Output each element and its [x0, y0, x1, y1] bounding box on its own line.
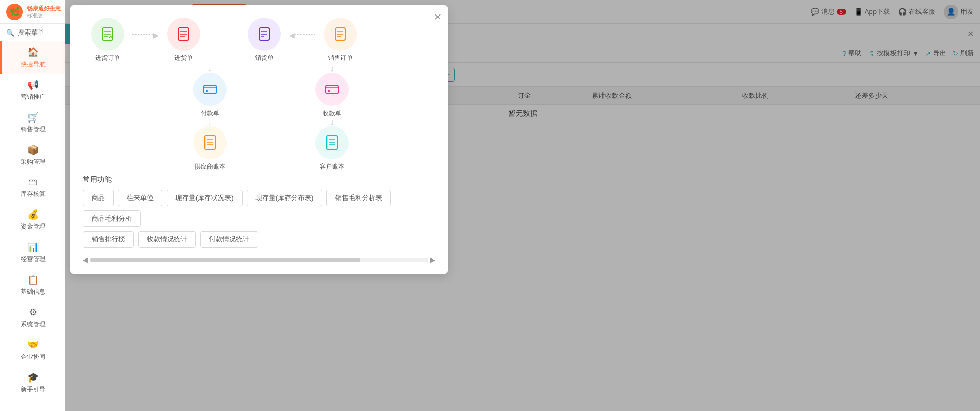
sidebar-item-system[interactable]: ⚙ 系统管理	[0, 301, 65, 334]
purchase-order-icon	[91, 24, 124, 51]
main-area: 🔍 搜索菜单 🏠 快捷导航 📢 营销推广 🛒 销售管理 📦 采购管理 🗃	[0, 24, 980, 411]
supplier-ledger-icon	[193, 126, 227, 159]
func-btn-contacts[interactable]: 往来单位	[118, 190, 162, 206]
sales-icon: 🛒	[27, 112, 39, 123]
sidebar-item-inventory[interactable]: 🗃 库存核算	[0, 172, 65, 204]
purchase-icon: 📦	[27, 144, 39, 156]
flow-node-payment-bill[interactable]: 付款单	[193, 73, 227, 118]
common-title: 常用功能	[83, 175, 435, 185]
arrow-2-head: ◀	[289, 31, 295, 39]
sales-order-icon	[324, 24, 357, 51]
flow-node-sales-bill[interactable]: 销货单	[248, 24, 281, 63]
basic-icon: 📋	[27, 274, 39, 285]
purchase-order-label: 进货订单	[95, 54, 120, 63]
customer-ledger-icon	[315, 126, 349, 159]
content-area: 首页 销售订单执行表 ✕ ✕ ? 帮助 🖨 按模板打印	[65, 24, 980, 411]
logo-icon: 🌿	[6, 4, 23, 20]
payment-bill-icon	[193, 73, 227, 106]
svg-rect-16	[204, 85, 216, 94]
flow-middle-row: ↓ 付款单 ↓	[83, 65, 435, 171]
purchase-bill-label: 进货单	[174, 54, 193, 63]
down-arrow-1: ↓	[208, 65, 212, 73]
receipt-bill-icon	[315, 73, 349, 106]
logo-text: 畅康通好生意 标准版	[27, 5, 61, 19]
func-btn-receipt-stats[interactable]: 收款情况统计	[138, 231, 196, 248]
scroll-left-btn[interactable]: ◀	[83, 256, 88, 264]
svg-point-26	[328, 90, 330, 92]
search-icon: 🔍	[6, 29, 14, 37]
sidebar-item-guide[interactable]: 🎓 新手引导	[0, 367, 65, 399]
guide-icon: 🎓	[27, 372, 39, 383]
sidebar-item-purchase[interactable]: 📦 采购管理	[0, 139, 65, 172]
func-btn-sales-profit[interactable]: 销售毛利分析表	[326, 190, 391, 206]
down-arrow-4: ↓	[330, 118, 334, 126]
flow-top-row: 进货订单 ▶ 进货单	[83, 24, 435, 63]
receipt-bill-label: 收款单	[323, 109, 341, 118]
sales-order-label: 销售订单	[328, 54, 353, 63]
scroll-right-btn[interactable]: ▶	[430, 256, 435, 264]
common-section: 常用功能 商品 往来单位 现存量(库存状况表) 现存量(库存分布表) 销售毛利分…	[83, 175, 435, 248]
flow-node-customer-ledger[interactable]: 客户账本	[315, 126, 349, 171]
system-icon: ⚙	[29, 307, 37, 318]
flow-node-supplier-ledger[interactable]: 供应商账本	[193, 126, 227, 171]
svg-rect-23	[204, 137, 206, 148]
sidebar-item-sales[interactable]: 🛒 销售管理	[0, 106, 65, 139]
purchase-bill-icon	[167, 24, 200, 51]
func-btn-sales-rank[interactable]: 销售排行榜	[83, 231, 134, 248]
flow-node-purchase-bill[interactable]: 进货单	[167, 24, 200, 63]
sidebar-item-marketing[interactable]: 📢 营销推广	[0, 74, 65, 106]
logo-area: 🌿 畅康通好生意 标准版	[6, 4, 71, 20]
sales-bill-icon	[248, 24, 281, 51]
flow-node-receipt-bill[interactable]: 收款单	[315, 73, 349, 118]
supplier-ledger-label: 供应商账本	[194, 162, 225, 171]
search-menu[interactable]: 🔍 搜索菜单	[0, 24, 65, 41]
arrow-1-head: ▶	[153, 31, 159, 39]
func-btn-inventory-status[interactable]: 现存量(库存状况表)	[167, 190, 243, 206]
scroll-thumb	[90, 258, 360, 262]
common-btn-row-1: 商品 往来单位 现存量(库存状况表) 现存量(库存分布表) 销售毛利分析表 商品…	[83, 190, 435, 227]
flow-node-sales-order[interactable]: 销售订单	[324, 24, 357, 63]
arrow-2	[295, 34, 315, 35]
sidebar: 🔍 搜索菜单 🏠 快捷导航 📢 营销推广 🛒 销售管理 📦 采购管理 🗃	[0, 24, 65, 411]
func-btn-inventory-dist[interactable]: 现存量(库存分布表)	[247, 190, 323, 206]
finance-icon: 💰	[27, 209, 39, 220]
flow-diagram: 进货订单 ▶ 进货单	[83, 24, 435, 171]
scroll-track[interactable]	[90, 258, 428, 262]
inventory-icon: 🗃	[28, 177, 38, 188]
sidebar-item-operation[interactable]: 📊 经营管理	[0, 236, 65, 269]
payment-bill-label: 付款单	[201, 109, 219, 118]
marketing-icon: 📢	[27, 79, 39, 90]
svg-rect-31	[326, 137, 328, 148]
func-btn-payment-stats[interactable]: 付款情况统计	[200, 231, 258, 248]
func-btn-goods[interactable]: 商品	[83, 190, 114, 206]
enterprise-icon: 🤝	[27, 339, 39, 351]
sidebar-item-finance[interactable]: 💰 资金管理	[0, 204, 65, 236]
sidebar-item-enterprise[interactable]: 🤝 企业协同	[0, 334, 65, 367]
modal-overlay: ✕ 进货订单	[65, 24, 980, 411]
down-arrow-2: ↓	[330, 65, 334, 73]
down-arrow-3: ↓	[208, 118, 212, 126]
sidebar-item-basic[interactable]: 📋 基础信息	[0, 269, 65, 301]
customer-ledger-label: 客户账本	[320, 162, 344, 171]
svg-rect-24	[326, 85, 338, 94]
common-btn-row-2: 销售排行榜 收款情况统计 付款情况统计	[83, 231, 435, 248]
operation-icon: 📊	[27, 241, 39, 253]
quick-nav-modal: ✕ 进货订单	[70, 24, 448, 274]
sales-bill-label: 销货单	[255, 54, 274, 63]
arrow-1	[132, 34, 153, 35]
svg-point-18	[206, 90, 208, 92]
func-btn-goods-profit[interactable]: 商品毛利分析	[83, 210, 141, 227]
flow-node-purchase-order[interactable]: 进货订单	[91, 24, 124, 63]
scroll-bar-area: ◀ ▶	[83, 254, 435, 266]
sidebar-item-quick-nav[interactable]: 🏠 快捷导航	[0, 41, 65, 74]
home-icon: 🏠	[27, 47, 39, 58]
